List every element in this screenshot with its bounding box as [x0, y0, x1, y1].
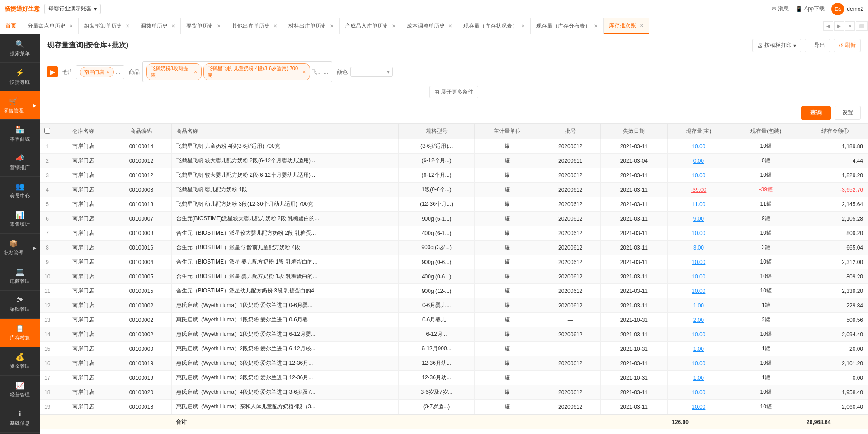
retail-icon: 🛒	[9, 97, 18, 105]
org-select[interactable]: 母婴行业演示账套 ▾	[44, 4, 101, 14]
page-title: 现存量查询(按仓库+批次)	[47, 41, 128, 50]
sidebar-item-retail-stats[interactable]: 📊 零售统计	[0, 205, 40, 234]
close-icon[interactable]: ✕	[640, 23, 643, 28]
warehouse-tag-close[interactable]: ✕	[106, 69, 110, 75]
warehouse-label: 仓库	[62, 68, 73, 76]
refresh-button[interactable]: ↺ 刷新	[834, 39, 861, 52]
sidebar-item-retail-mgmt[interactable]: 🛒 零售管理 ▶	[0, 91, 40, 120]
tab-fenliangpandian[interactable]: 分量盘点单历史 ✕	[22, 18, 79, 34]
refresh-label: 刷新	[845, 42, 856, 49]
expand-icon: ⊞	[434, 89, 439, 95]
tab-xiancunzhuangtai[interactable]: 现存量（库存状况表） ✕	[458, 18, 531, 34]
messages-action[interactable]: ✉ 消息	[772, 5, 789, 13]
sidebar-item-label: 零售统计	[2, 221, 38, 228]
sidebar-item-search[interactable]: 🔍 搜索菜单	[0, 34, 40, 63]
tab-qitachukudan[interactable]: 其他出库单历史 ✕	[226, 18, 283, 34]
qty-main-link[interactable]: 0.00	[693, 158, 704, 164]
sidebar-item-inventory[interactable]: 📋 库存核算	[0, 319, 40, 347]
close-icon[interactable]: ✕	[171, 24, 175, 28]
qty-main-link[interactable]: 10.00	[692, 288, 705, 294]
product-tag-2: 飞鹤星飞帆 儿童奶粉 4段(3-6岁适用) 700克 ✕	[203, 63, 310, 80]
close-icon[interactable]: ✕	[274, 24, 277, 28]
warehouse-tag-value: 南岸门店	[84, 69, 104, 75]
col-unit: 主计量单位	[475, 124, 540, 139]
tab-home[interactable]: 首页	[0, 18, 22, 34]
sidebar-item-wholesale[interactable]: 📦 批发管理 ▶	[0, 234, 40, 262]
template-print-button[interactable]: 🖨 按模板打印 ▾	[752, 39, 801, 52]
tab-yaohuodanls[interactable]: 要货单历史 ✕	[181, 18, 226, 34]
close-icon[interactable]: ✕	[392, 24, 396, 28]
sidebar-item-label: 采购管理	[2, 306, 38, 313]
qty-main-link[interactable]: -39.00	[691, 187, 706, 193]
app-download-label: App下载	[804, 5, 825, 13]
product-tag-1-close[interactable]: ✕	[193, 69, 198, 75]
sidebar-item-marketing[interactable]: 📣 营销推广	[0, 148, 40, 177]
top-bar-left: 畅捷通好生意 母婴行业演示账套 ▾	[5, 4, 101, 14]
qty-main-link[interactable]: 10.00	[692, 331, 705, 338]
user-area[interactable]: Ea demo2	[831, 3, 863, 15]
tab-diaobodanls[interactable]: 调拨单历史 ✕	[135, 18, 181, 34]
close-icon[interactable]: ✕	[594, 24, 598, 28]
color-label: 颜色	[337, 68, 348, 76]
qty-main-link[interactable]: 1.00	[693, 302, 704, 309]
qty-main-link[interactable]: 2.00	[693, 317, 704, 323]
qty-main-link[interactable]: 3.00	[693, 245, 704, 251]
close-icon[interactable]: ✕	[330, 24, 334, 28]
table-row: 19 南岸门店 00100018 惠氏启赋（Wyeth illuma）亲和人体儿…	[40, 400, 868, 415]
qty-main-link[interactable]: 10.00	[692, 360, 705, 367]
close-icon[interactable]: ✕	[69, 24, 73, 28]
tab-chanchengrudan[interactable]: 产成品入库单历史 ✕	[340, 18, 401, 34]
sidebar-item-basics[interactable]: ℹ 基础信息	[0, 404, 40, 433]
qty-main-link[interactable]: 10.00	[692, 389, 705, 396]
chevron-down-icon: ▾	[387, 69, 390, 75]
expand-more-button[interactable]: ⊞ 展开更多条件	[429, 86, 478, 98]
table-row: 7 南岸门店 00100008 合生元（BIOSTIME）派星较大婴儿配方奶粉 …	[40, 226, 868, 241]
qty-main-link[interactable]: 10.00	[692, 143, 705, 150]
tab-cailiaochu[interactable]: 材料出库单历史 ✕	[283, 18, 340, 34]
sidebar-item-purchase[interactable]: 🛍 采购管理	[0, 291, 40, 319]
product-filter: 商品 飞鹤奶粉3段两提装 ✕ 飞鹤星飞帆 儿童奶粉 4段(3-6岁适用) 700…	[129, 61, 332, 82]
close-all-tabs-button[interactable]: ✕	[845, 21, 855, 31]
qty-main-link[interactable]: 10.00	[692, 404, 705, 410]
tab-xiancunfenbu[interactable]: 现存量（库存分布表） ✕	[531, 18, 604, 34]
close-icon[interactable]: ✕	[448, 24, 452, 28]
expand-tabs-button[interactable]: ⬜	[856, 21, 868, 31]
sidebar-item-retail-mall[interactable]: 🏪 零售商城	[0, 120, 40, 148]
sidebar-item-finance[interactable]: 💰 资金管理	[0, 347, 40, 376]
print-icon: 🖨	[757, 42, 763, 49]
sidebar-item-ecommerce[interactable]: 💻 电商管理	[0, 262, 40, 291]
qty-main-link[interactable]: 1.00	[693, 346, 704, 352]
ecommerce-icon: 💻	[2, 268, 38, 276]
next-tab-button[interactable]: ▶	[834, 21, 844, 31]
qty-main-link[interactable]: 11.00	[692, 201, 705, 208]
prev-tab-button[interactable]: ◀	[823, 21, 833, 31]
sidebar-item-operations[interactable]: 📈 经营管理	[0, 376, 40, 404]
tab-kucunpici[interactable]: 库存批次账 ✕	[604, 18, 649, 34]
select-all-checkbox[interactable]	[44, 128, 50, 134]
sidebar-item-label: 零售管理	[4, 107, 24, 114]
setting-button[interactable]: 设置	[835, 106, 861, 120]
close-icon[interactable]: ✕	[126, 24, 129, 28]
sidebar-item-label: 批发管理	[4, 250, 24, 256]
export-button[interactable]: ↑ 导出	[805, 39, 830, 52]
table-row: 18 南岸门店 00100020 惠氏启赋（Wyeth illuma）4段奶粉 …	[40, 385, 868, 400]
qty-main-link[interactable]: 10.00	[692, 259, 705, 265]
qty-main-link[interactable]: 10.00	[692, 172, 705, 179]
close-icon[interactable]: ✕	[521, 24, 525, 28]
close-icon[interactable]: ✕	[217, 24, 221, 28]
qty-main-link[interactable]: 10.00	[692, 230, 705, 236]
app-download-action[interactable]: 📱 App下载	[796, 5, 825, 13]
tab-chenbendan[interactable]: 成本调整单历史 ✕	[401, 18, 458, 34]
table-row: 13 南岸门店 00100002 惠氏启赋（Wyeth illuma）1段奶粉 …	[40, 313, 868, 327]
color-select[interactable]	[354, 69, 382, 75]
message-icon: ✉	[772, 6, 776, 12]
sidebar-item-member[interactable]: 👥 会员中心	[0, 177, 40, 205]
qty-main-link[interactable]: 10.00	[692, 274, 705, 280]
tab-zuzhuangchaijie[interactable]: 组装拆卸单历史 ✕	[79, 18, 135, 34]
sidebar-item-quicknav[interactable]: ⚡ 快捷导航	[0, 63, 40, 91]
query-button[interactable]: 查询	[801, 106, 831, 120]
qty-main-link[interactable]: 1.00	[693, 375, 704, 381]
product-tag-2-close[interactable]: ✕	[302, 69, 306, 75]
expand-toggle-button[interactable]: ▶	[47, 66, 58, 77]
qty-main-link[interactable]: 9.00	[693, 216, 704, 222]
